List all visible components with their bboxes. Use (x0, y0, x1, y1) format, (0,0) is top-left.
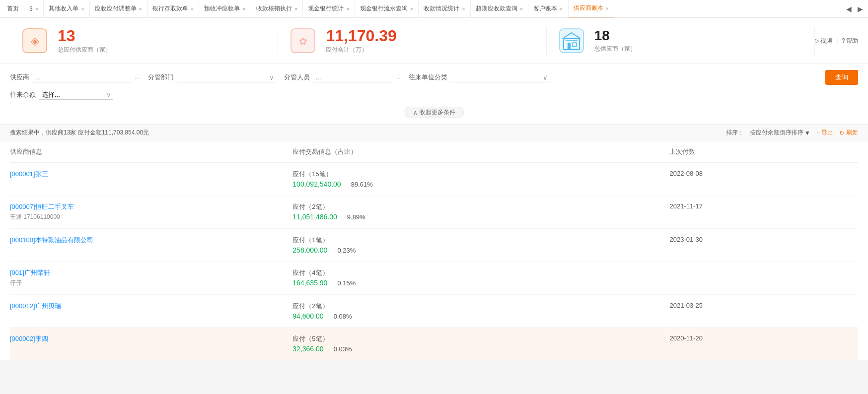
summary-icon-3 (557, 26, 586, 56)
col-header-transaction: 应付交易信息（占比） (292, 147, 669, 156)
help-link[interactable]: ? 帮助 (842, 37, 858, 45)
close-tab-supplier-ledger[interactable]: × (606, 5, 609, 11)
svg-text:◈: ◈ (31, 35, 39, 47)
transaction-cell-4: 应付（2笔）94,600.000.08% (292, 302, 669, 320)
tx-amount-0[interactable]: 100,092,540.00 (292, 180, 341, 188)
tx-amount-1[interactable]: 11,051,486.00 (292, 213, 337, 221)
refresh-icon: ↻ (839, 130, 844, 136)
lastpay-cell-0: 2022-08-08 (669, 170, 858, 177)
nav-tab-receipt-stat[interactable]: 收款情况统计× (419, 0, 470, 18)
nav-tab-ar-ap-adjust[interactable]: 应收应付调整单× (90, 0, 147, 18)
supplier-link-4[interactable]: [000012]广州贝瑞 (10, 302, 61, 310)
supplier-link-2[interactable]: [000100]本特勤油品有限公司 (10, 236, 93, 244)
collapse-up-icon: ∧ (413, 109, 418, 116)
top-navigation: 首页3×其他收入单×应收应付调整单×银行存取款单×预收冲应收单×收款核销执行×现… (0, 0, 868, 18)
dept-select-wrap: ∨ (177, 72, 276, 82)
refresh-button[interactable]: ↻ 刷新 (839, 129, 858, 137)
filter-balance: 往来余额 选择... ∨ (10, 90, 113, 100)
nav-tab-advance-offset[interactable]: 预收冲应收单× (199, 0, 251, 18)
help-icon: ? (842, 37, 845, 44)
collapse-row: ∧ 收起更多条件 (10, 105, 858, 120)
close-tab-cash-bank-stat[interactable]: × (346, 6, 349, 12)
close-tab-advance-offset[interactable]: × (242, 6, 245, 12)
balance-select-wrap: 选择... ∨ (39, 90, 113, 100)
summary-card-suppliers-payable: ◈ 13 总应付供应商（家） (10, 26, 278, 56)
query-button[interactable]: 查询 (825, 70, 858, 85)
supplier-link-0[interactable]: [000001]张三 (10, 170, 48, 178)
nav-next-arrow[interactable]: ▶ (855, 0, 866, 18)
lastpay-value-2: 2023-01-30 (669, 236, 858, 243)
person-input[interactable] (313, 72, 392, 82)
close-tab-tab3[interactable]: × (35, 6, 38, 12)
lastpay-cell-2: 2023-01-30 (669, 236, 858, 243)
nav-tab-supplier-ledger[interactable]: 供应商账本× (569, 0, 614, 18)
video-link[interactable]: ▷ 视频 (815, 37, 832, 45)
tx-pct-4: 0.08% (334, 313, 352, 320)
sort-value[interactable]: 按应付余额倒序排序 ▼ (750, 129, 810, 137)
nav-tab-cash-bank-stat[interactable]: 现金银行统计× (303, 0, 355, 18)
tx-label-3: 应付（4笔） (292, 268, 669, 277)
nav-tab-other-income[interactable]: 其他收入单× (44, 0, 89, 18)
nav-tab-receipt-verify[interactable]: 收款核销执行× (251, 0, 303, 18)
person-dots-icon[interactable]: ··· (395, 74, 401, 81)
tx-amount-3[interactable]: 164,635.90 (292, 279, 327, 287)
supplier-link-3[interactable]: [001]广州荣轩 (10, 269, 50, 276)
tx-label-5: 应付（5笔） (292, 334, 669, 343)
summary-icon-1: ◈ (20, 26, 50, 56)
lastpay-value-0: 2022-08-08 (669, 170, 858, 177)
summary-text-1: 13 总应付供应商（家） (58, 28, 111, 54)
tx-amount-4[interactable]: 94,600.00 (292, 312, 323, 320)
supplier-link-1[interactable]: [000007]恒旺二手叉车 (10, 203, 74, 210)
dept-select[interactable] (177, 72, 276, 82)
transaction-cell-2: 应付（1笔）258,000.000.23% (292, 236, 669, 254)
nav-tab-home[interactable]: 首页 (2, 0, 24, 18)
supplier-label: 供应商 (10, 73, 29, 82)
tx-pct-3: 0.15% (337, 279, 356, 287)
table-row: [000012]广州贝瑞应付（2笔）94,600.000.08%2021-03-… (10, 295, 858, 328)
close-tab-overdue-ar[interactable]: × (520, 6, 523, 12)
transaction-cell-5: 应付（5笔）32,366.000.03% (292, 334, 669, 353)
close-tab-bank-deposit[interactable]: × (191, 6, 194, 12)
close-tab-receipt-stat[interactable]: × (462, 6, 465, 12)
balance-select[interactable]: 选择... (39, 90, 113, 100)
close-tab-ar-ap-adjust[interactable]: × (139, 6, 142, 12)
supplier-cell-3: [001]广州荣轩仔仔 (10, 268, 292, 287)
nav-tab-overdue-ar[interactable]: 超期应收款查询× (471, 0, 528, 18)
top-right-links: ▷ 视频 | ? 帮助 (815, 37, 858, 45)
summary-card-total-suppliers: 18 总供应商（家） (547, 26, 815, 56)
close-tab-customer-ledger[interactable]: × (560, 6, 563, 12)
transaction-cell-3: 应付（4笔）164,635.900.15% (292, 268, 669, 287)
tx-amount-5[interactable]: 32,366.00 (292, 345, 323, 353)
collapse-button[interactable]: ∧ 收起更多条件 (405, 107, 464, 118)
nav-prev-arrow[interactable]: ◀ (843, 0, 855, 18)
suppliers-payable-label: 总应付供应商（家） (58, 46, 111, 54)
category-select[interactable] (450, 72, 550, 82)
nav-tab-tab3[interactable]: 3× (24, 0, 44, 18)
close-tab-other-income[interactable]: × (81, 6, 84, 12)
nav-tab-cash-flow-query[interactable]: 现金银行流水查询× (355, 0, 419, 18)
supplier-cell-0: [000001]张三 (10, 170, 292, 179)
svg-rect-6 (568, 43, 571, 50)
nav-tab-bank-deposit[interactable]: 银行存取款单× (147, 0, 199, 18)
export-icon: ↑ (816, 130, 819, 136)
tx-amount-2[interactable]: 258,000.00 (292, 246, 327, 254)
payable-total-label: 应付合计（万） (326, 46, 396, 54)
table-row: [000100]本特勤油品有限公司应付（1笔）258,000.000.23%20… (10, 229, 858, 262)
payable-total-num: 11,170.39 (326, 28, 396, 44)
sort-label: 排序： (726, 129, 744, 137)
person-label: 分管人员 (284, 73, 310, 82)
supplier-input[interactable] (32, 72, 132, 82)
nav-tab-customer-ledger[interactable]: 客户账本× (528, 0, 568, 18)
supplier-cell-2: [000100]本特勤油品有限公司 (10, 236, 292, 245)
filter-category: 往来单位分类 ∨ (409, 72, 550, 82)
supplier-sub-3: 仔仔 (10, 279, 292, 287)
category-label: 往来单位分类 (409, 73, 447, 82)
supplier-dots-icon[interactable]: ··· (135, 74, 140, 81)
export-button[interactable]: ↑ 导出 (816, 129, 833, 137)
supplier-link-5[interactable]: [000002]李四 (10, 335, 48, 342)
category-select-wrap: ∨ (450, 72, 550, 82)
table-body: [000001]张三应付（15笔）100,092,540.0089.61%202… (10, 163, 858, 360)
close-tab-cash-flow-query[interactable]: × (410, 6, 413, 12)
suppliers-payable-num: 13 (58, 28, 111, 44)
close-tab-receipt-verify[interactable]: × (294, 6, 297, 12)
